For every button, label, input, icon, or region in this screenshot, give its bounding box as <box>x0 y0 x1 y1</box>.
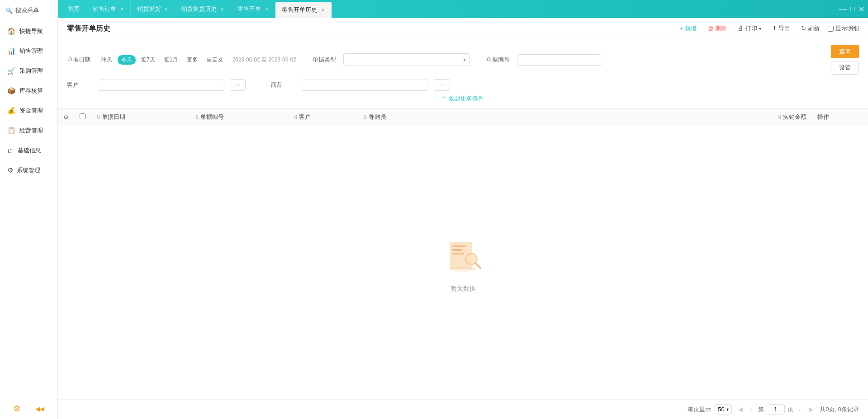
tab-close-retail-open-history[interactable]: ✕ <box>321 7 325 13</box>
tab-label-home: 首页 <box>68 5 80 13</box>
sidebar-icon-inventory: 📦 <box>7 87 16 95</box>
tab-retail-open-history[interactable]: 零售开单历史✕ <box>275 2 332 18</box>
per-page-select[interactable]: 50 ▾ <box>715 404 731 414</box>
pagination: 每页显示 50 ▾ ◀ ‹ 第 页 › ▶ 共0页, 0条记录 <box>58 399 868 419</box>
col-date[interactable]: 单据日期 <box>91 108 190 126</box>
col-number[interactable]: 单据编号 <box>190 108 288 126</box>
customer-ellipsis-btn[interactable]: ··· <box>230 79 246 91</box>
sidebar-label-purchase-mgmt: 采购管理 <box>19 67 43 75</box>
customer-input[interactable] <box>98 80 224 91</box>
select-all-checkbox[interactable] <box>80 113 85 119</box>
date-opt-today[interactable]: 今天 <box>118 55 136 65</box>
date-opt-more[interactable]: 更多 <box>183 55 201 65</box>
tab-sales-order[interactable]: 销售订单✕ <box>86 0 131 18</box>
col-customer[interactable]: 客户 <box>288 108 358 126</box>
next-page-btn[interactable]: › <box>796 405 803 414</box>
tab-label-sales-return-history: 销货退货历史 <box>181 5 217 13</box>
table-settings-icon[interactable]: ⚙ <box>63 114 69 121</box>
sidebar-label-quick-nav: 快捷导航 <box>19 27 43 35</box>
prev-page-btn[interactable]: ‹ <box>748 405 755 414</box>
sidebar-icon-purchase-mgmt: 🛒 <box>7 67 16 75</box>
filter-settings-button[interactable]: 设置 <box>831 61 859 75</box>
sidebar-footer: ⚙ ◀◀ <box>0 398 57 419</box>
sidebar-search-label: 搜索采单 <box>15 6 39 14</box>
customer-label: 客户 <box>67 81 94 89</box>
first-page-btn[interactable]: ◀ <box>735 405 745 414</box>
goods-label: 商品 <box>271 81 298 89</box>
sidebar-label-sys-mgmt: 系统管理 <box>17 166 40 174</box>
query-button[interactable]: 查询 <box>831 45 859 58</box>
sidebar-item-sys-mgmt[interactable]: ⚙系统管理 <box>0 160 57 180</box>
empty-icon <box>441 233 486 279</box>
date-opt-last_month[interactable]: 近1月 <box>161 55 182 65</box>
sidebar-icon-sys-mgmt: ⚙ <box>7 166 13 174</box>
svg-rect-3 <box>452 249 462 251</box>
sidebar-icon-quick-nav: 🏠 <box>7 27 16 35</box>
last-page-btn[interactable]: ▶ <box>806 405 816 414</box>
doc-number-input[interactable] <box>517 54 601 66</box>
filter-area: 单据日期 昨天今天近7天近1月更多自定义 2023-06-02 至 2023-0… <box>58 39 868 108</box>
svg-rect-4 <box>452 253 464 254</box>
toolbar: + 新增 🗑 删除 🖨 打印 ▾ ⬆ 导出 ↻ 刷新 显示明细 <box>677 23 859 34</box>
show-detail-toggle[interactable]: 显示明细 <box>828 24 859 33</box>
tab-close-sales-return-history[interactable]: ✕ <box>220 6 224 12</box>
window-max-btn[interactable]: □ <box>850 5 855 13</box>
export-button[interactable]: ⬆ 导出 <box>769 23 793 34</box>
tab-sales-return-history[interactable]: 销货退货历史✕ <box>175 0 231 18</box>
sidebar-label-basic-info: 基础信息 <box>18 146 41 155</box>
per-page-label: 每页显示 <box>688 405 711 414</box>
refresh-button[interactable]: ↻ 刷新 <box>798 23 822 34</box>
date-opt-last7[interactable]: 近7天 <box>138 55 159 65</box>
print-button[interactable]: 🖨 打印 ▾ <box>735 23 764 34</box>
empty-state: 暂无数据 <box>58 126 868 399</box>
doc-type-select[interactable]: ▾ <box>343 53 470 66</box>
sidebar-icon-finance: 💰 <box>7 107 16 115</box>
tab-label-sales-return: 销货退货 <box>137 5 161 13</box>
tab-close-sales-order[interactable]: ✕ <box>120 6 124 12</box>
date-opt-custom[interactable]: 自定义 <box>203 55 227 65</box>
sidebar-item-purchase-mgmt[interactable]: 🛒采购管理 <box>0 61 57 81</box>
tab-home[interactable]: 首页 <box>62 0 86 18</box>
sidebar-label-inventory: 库存核算 <box>19 87 43 95</box>
show-detail-checkbox[interactable] <box>828 26 834 32</box>
sidebar-item-operations[interactable]: 📋经营管理 <box>0 121 57 141</box>
goods-ellipsis-btn[interactable]: ··· <box>434 79 450 91</box>
col-amount[interactable]: 实销金额 <box>713 108 812 126</box>
sidebar-label-sales-mgmt: 销售管理 <box>19 47 43 55</box>
goods-input[interactable] <box>302 80 428 91</box>
sidebar-menu: 🏠快捷导航📊销售管理🛒采购管理📦库存核算💰资金管理📋经营管理🗂基础信息⚙系统管理 <box>0 21 57 398</box>
empty-text: 暂无数据 <box>451 285 476 293</box>
collapse-sidebar-icon[interactable]: ◀◀ <box>35 405 44 412</box>
main-area: 首页销售订单✕销货退货✕销货退货历史✕零售开单✕零售开单历史✕ — □ ✕ 零售… <box>58 0 868 419</box>
window-close-btn[interactable]: ✕ <box>859 5 864 14</box>
col-guide[interactable]: 导购员 <box>358 108 442 126</box>
total-info: 共0页, 0条记录 <box>820 405 859 414</box>
sidebar: 🔍 搜索采单 🏠快捷导航📊销售管理🛒采购管理📦库存核算💰资金管理📋经营管理🗂基础… <box>0 0 58 419</box>
page-input[interactable] <box>767 404 785 414</box>
svg-rect-2 <box>452 245 466 247</box>
sidebar-item-inventory[interactable]: 📦库存核算 <box>0 81 57 101</box>
col-extra <box>442 108 713 126</box>
window-min-btn[interactable]: — <box>839 5 847 14</box>
collapse-filter-btn[interactable]: ⌃ 收起更多条件 <box>67 94 859 103</box>
delete-button[interactable]: 🗑 删除 <box>705 23 730 34</box>
tab-label-retail-open-history: 零售开单历史 <box>282 6 317 14</box>
sidebar-item-basic-info[interactable]: 🗂基础信息 <box>0 141 57 160</box>
page-header: 零售开单历史 + 新增 🗑 删除 🖨 打印 ▾ ⬆ 导出 ↻ 刷新 显示明细 <box>58 18 868 39</box>
add-button[interactable]: + 新增 <box>677 23 699 34</box>
tab-close-sales-return[interactable]: ✕ <box>164 6 168 12</box>
settings-icon[interactable]: ⚙ <box>13 404 20 414</box>
sidebar-item-sales-mgmt[interactable]: 📊销售管理 <box>0 41 57 61</box>
tab-retail-open[interactable]: 零售开单✕ <box>231 0 275 18</box>
sidebar-item-finance[interactable]: 💰资金管理 <box>0 101 57 121</box>
tab-label-sales-order: 销售订单 <box>93 5 116 13</box>
sidebar-search[interactable]: 🔍 搜索采单 <box>0 0 57 21</box>
tab-sales-return[interactable]: 销货退货✕ <box>131 0 175 18</box>
sidebar-item-quick-nav[interactable]: 🏠快捷导航 <box>0 21 57 41</box>
sidebar-icon-sales-mgmt: 📊 <box>7 47 16 55</box>
date-opt-yesterday[interactable]: 昨天 <box>98 55 116 65</box>
doc-type-label: 单据类型 <box>313 56 340 64</box>
tab-close-retail-open[interactable]: ✕ <box>265 6 269 12</box>
content: 零售开单历史 + 新增 🗑 删除 🖨 打印 ▾ ⬆ 导出 ↻ 刷新 显示明细 <box>58 18 868 419</box>
tab-bar-right: — □ ✕ <box>839 5 864 14</box>
